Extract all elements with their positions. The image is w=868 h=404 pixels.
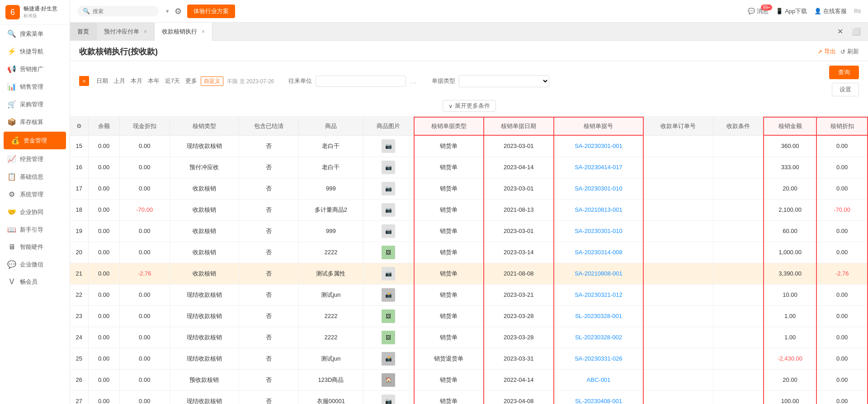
cell-id: 17 <box>70 178 88 199</box>
cell-verify_no[interactable]: SA-20210808-001 <box>554 263 644 284</box>
maximize-window-icon[interactable]: ⬜ <box>850 25 863 38</box>
cell-verify_discount: 0.00 <box>816 327 868 348</box>
cell-verify_amount: 20.00 <box>764 369 816 390</box>
search-input[interactable] <box>93 8 147 14</box>
sidebar-item-5[interactable]: 📦 库存核算 <box>0 113 70 131</box>
table-row: 210.00-2.76收款核销否测试多属性📷销货单2021-08-08SA-20… <box>70 263 868 284</box>
sidebar-label-12: 智能硬件 <box>20 243 43 251</box>
voucher-type-select[interactable] <box>459 75 549 87</box>
cell-verify_no[interactable]: SA-20230301-010 <box>554 220 644 242</box>
cell-verify_no[interactable]: SA-20230301-001 <box>554 135 644 157</box>
cell-verify_voucher_type: 销货单 <box>414 327 484 348</box>
app-download-button[interactable]: 📱 App下载 <box>776 7 807 15</box>
close-window-icon[interactable]: ✕ <box>834 25 846 38</box>
date-custom[interactable]: 自定义 <box>201 76 223 86</box>
search-bar[interactable]: 🔍 <box>77 6 159 16</box>
verify-no-link[interactable]: ABC-001 <box>587 376 611 383</box>
verify-no-link[interactable]: SA-20230301-010 <box>575 228 623 234</box>
verify-no-link[interactable]: SA-20210808-001 <box>575 270 623 277</box>
sidebar-item-11[interactable]: 📖 新手引导 <box>0 221 70 238</box>
sidebar-item-2[interactable]: 📢 营销推广 <box>0 60 70 78</box>
sidebar-item-6[interactable]: 💰 资金管理 <box>4 132 66 149</box>
filter-expand-button[interactable]: » <box>79 76 89 86</box>
sidebar-item-9[interactable]: ⚙ 系统管理 <box>0 185 70 203</box>
cell-verify_voucher_type: 销货单 <box>414 242 484 263</box>
sidebar-icon-12: 🖥 <box>7 243 16 251</box>
cell-cash_discount: -70.00 <box>119 199 170 220</box>
col-header-receipt-order-no: 收款单订单号 <box>643 117 713 135</box>
sidebar-item-14[interactable]: V 畅会员 <box>0 273 70 290</box>
verify-no-link[interactable]: SA-20230414-017 <box>575 164 623 171</box>
cell-verify_date: 2023-03-01 <box>484 178 554 199</box>
cell-verify_no[interactable]: SL-20230328-002 <box>554 327 644 348</box>
verify-no-link[interactable]: SA-20230301-010 <box>575 185 623 192</box>
sidebar-item-0[interactable]: 🔍 搜索菜单 <box>0 25 70 43</box>
solution-button[interactable]: 体验行业方案 <box>187 5 235 18</box>
cell-product_img: 📷 <box>363 390 414 404</box>
page-title: 收款核销执行(按收款) <box>79 46 158 57</box>
sidebar-item-13[interactable]: 💬 企业微信 <box>0 256 70 273</box>
tab-prepay-close-icon[interactable]: × <box>144 29 147 35</box>
col-header-settings[interactable]: ⚙ <box>70 117 88 135</box>
cell-include_settled: 否 <box>239 220 298 242</box>
sidebar-item-10[interactable]: 🤝 企业协同 <box>0 203 70 221</box>
setting-button[interactable]: 设置 <box>832 83 859 96</box>
sidebar-label-11: 新手引导 <box>20 226 43 234</box>
verify-no-link[interactable]: SL-20230408-001 <box>575 398 622 404</box>
sidebar-item-1[interactable]: ⚡ 快捷导航 <box>0 43 70 60</box>
settings-icon[interactable]: ⚙ <box>175 6 182 16</box>
sidebar-item-12[interactable]: 🖥 智能硬件 <box>0 238 70 256</box>
message-button[interactable]: 💬 消息 99+ <box>748 7 769 15</box>
cell-verify_no[interactable]: SA-20230321-012 <box>554 284 644 305</box>
tab-prepay[interactable]: 预付冲应付单 × <box>97 23 155 41</box>
sidebar-item-7[interactable]: 📈 经营管理 <box>0 150 70 168</box>
cell-verify_voucher_type: 销货单 <box>414 199 484 220</box>
sidebar-item-8[interactable]: 📋 基础信息 <box>0 168 70 185</box>
tab-home[interactable]: 首页 <box>70 23 97 41</box>
verify-no-link[interactable]: SA-20210813-001 <box>575 206 623 213</box>
date-7-days[interactable]: 近7天 <box>163 76 182 86</box>
cell-cash_discount: 0.00 <box>119 242 170 263</box>
column-settings-icon[interactable]: ⚙ <box>76 123 82 129</box>
cell-verify_no[interactable]: SA-20230314-008 <box>554 242 644 263</box>
date-last-month[interactable]: 上月 <box>112 76 127 86</box>
verify-no-link[interactable]: SA-20230331-026 <box>575 355 623 362</box>
cell-balance: 0.00 <box>88 369 119 390</box>
sidebar-item-4[interactable]: 🛒 采购管理 <box>0 95 70 113</box>
verify-no-link[interactable]: SA-20230301-001 <box>575 143 623 149</box>
online-service-button[interactable]: 👤 在线客服 <box>814 7 847 15</box>
cell-verify_voucher_type: 销货单 <box>414 369 484 390</box>
cell-verify_no[interactable]: SA-20230301-010 <box>554 178 644 199</box>
verify-no-link[interactable]: SL-20230328-002 <box>575 334 622 341</box>
query-button[interactable]: 查询 <box>829 66 859 79</box>
verify-no-link[interactable]: SA-20230314-008 <box>575 249 623 256</box>
dropdown-chevron-icon[interactable]: ▾ <box>166 8 169 14</box>
cell-verify_no[interactable]: ABC-001 <box>554 369 644 390</box>
sidebar-label-8: 基础信息 <box>20 173 43 181</box>
tab-verify-close-icon[interactable]: × <box>202 29 205 35</box>
counterpart-input[interactable] <box>316 76 406 87</box>
verify-no-link[interactable]: SA-20230321-012 <box>575 291 623 298</box>
refresh-button[interactable]: ↺ 刷新 <box>840 48 859 56</box>
date-more[interactable]: 更多 <box>184 76 199 86</box>
cell-verify_no[interactable]: SA-20230414-017 <box>554 157 644 178</box>
verify-no-link[interactable]: SL-20230328-001 <box>575 313 622 319</box>
cell-verify_amount: 360.00 <box>764 135 816 157</box>
counterpart-filter: 往来单位 ... <box>288 76 417 87</box>
sidebar-item-3[interactable]: 📊 销售管理 <box>0 78 70 95</box>
export-button[interactable]: ↗ 导出 <box>817 48 836 56</box>
date-this-month[interactable]: 本月 <box>129 76 144 86</box>
tab-verify[interactable]: 收款核销执行 × <box>155 23 212 41</box>
cell-verify_no[interactable]: SL-20230408-001 <box>554 390 644 404</box>
cell-product: 测试jun <box>298 348 363 369</box>
product-image: 🖼 <box>382 331 395 344</box>
sidebar-icon-13: 💬 <box>7 260 16 269</box>
cell-verify_no[interactable]: SA-20210813-001 <box>554 199 644 220</box>
data-table-container: ⚙ 余额 现金折扣 核销类型 包含已结清 商品 商品图片 核销单据类型 核销单据… <box>70 117 868 404</box>
cell-verify_no[interactable]: SL-20230328-001 <box>554 305 644 327</box>
cell-verify_no[interactable]: SA-20230331-026 <box>554 348 644 369</box>
tab-verify-label: 收款核销执行 <box>162 28 197 36</box>
expand-more-button[interactable]: ∨ 展开更多条件 <box>443 100 496 112</box>
date-this-year[interactable]: 本年 <box>146 76 161 86</box>
cell-receipt_order_no <box>643 242 713 263</box>
